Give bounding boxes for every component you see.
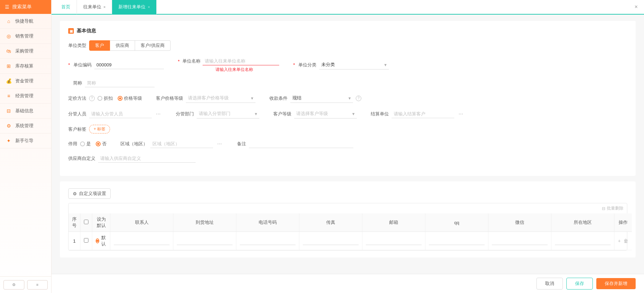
table-row: 1 默认 <box>69 232 632 250</box>
email-input[interactable] <box>366 237 422 245</box>
cell-email[interactable] <box>362 232 425 250</box>
address-input[interactable] <box>177 237 233 245</box>
unit-category-value: 未分类 <box>321 62 335 68</box>
phone-input[interactable] <box>240 237 296 245</box>
sidebar-item-purchase[interactable]: 🛍 采购管理 <box>0 44 51 59</box>
sidebar-item-inventory[interactable]: ⊞ 库存核算 <box>0 59 51 74</box>
area-input[interactable] <box>555 237 611 245</box>
sidebar-item-finance[interactable]: 💰 资金管理 <box>0 74 51 89</box>
wechat-input[interactable] <box>492 237 548 245</box>
remark-input[interactable] <box>249 140 353 148</box>
sidebar-item-guide[interactable]: ✦ 新手引导 <box>0 133 51 148</box>
unit-code-group: * 单位编码 <box>68 61 164 69</box>
payment-question-icon[interactable]: ? <box>356 96 361 101</box>
tab-new-partner-close[interactable]: × <box>148 5 150 9</box>
cell-contact[interactable] <box>110 232 173 250</box>
pricing-question-icon[interactable]: ? <box>89 96 95 101</box>
region-ellipsis[interactable]: ··· <box>216 141 223 147</box>
add-tag-button[interactable]: + 标签 <box>89 125 110 133</box>
save-button[interactable]: 保存 <box>566 278 593 290</box>
row-checkbox[interactable] <box>84 238 88 243</box>
sidebar-item-system[interactable]: ⚙ 系统管理 <box>0 119 51 133</box>
supplier-custom-input[interactable] <box>98 154 196 163</box>
cell-phone[interactable] <box>236 232 299 250</box>
home-icon: ⌂ <box>6 18 12 24</box>
manager-group: 分管人员 ··· <box>68 110 162 118</box>
col-wechat: 微信 <box>488 213 551 232</box>
cell-address[interactable] <box>173 232 236 250</box>
default-radio[interactable]: 默认 <box>96 235 107 247</box>
col-checkbox[interactable] <box>80 213 92 232</box>
customer-tag-group: 客户标签 + 标签 <box>68 125 110 133</box>
unit-name-input[interactable] <box>203 57 279 65</box>
unit-type-row: 单位类型 客户 供应商 客户/供应商 <box>68 40 627 51</box>
settlement-unit-input[interactable] <box>392 110 454 118</box>
sidebar-item-operations[interactable]: ≡ 经营管理 <box>0 89 51 104</box>
sidebar-footer-btn1[interactable]: ⚙ <box>3 280 24 290</box>
cell-checkbox[interactable] <box>80 232 92 250</box>
dept-select[interactable]: 请输入分管部门 ▾ <box>197 109 259 119</box>
tab-partner-list-close[interactable]: × <box>103 5 105 9</box>
sidebar-item-quick-nav[interactable]: ⌂ 快捷导航 <box>0 14 51 29</box>
supplier-custom-label: 供应商自定义 <box>68 155 95 162</box>
radio-no-label: 否 <box>102 141 107 147</box>
sidebar-item-base-info[interactable]: ⊟ 基础信息 <box>0 104 51 119</box>
cancel-button[interactable]: 取消 <box>536 278 563 290</box>
unit-name-error: 请输入往来单位名称 <box>215 67 253 73</box>
col-address: 到货地址 <box>173 213 236 232</box>
region-label: 区域（地区） <box>120 141 148 147</box>
region-input[interactable] <box>150 140 213 148</box>
radio-price-level[interactable]: 价格等级 <box>118 95 142 101</box>
custom-settings-button[interactable]: ⚙ 自定义项设置 <box>68 188 111 199</box>
sidebar-footer-btn2[interactable]: ≡ <box>27 280 48 290</box>
cell-qq[interactable] <box>425 232 488 250</box>
radio-yes[interactable]: 是 <box>80 141 91 147</box>
sidebar: ☰ 搜索菜单 ⌂ 快捷导航 ◎ 销售管理 🛍 采购管理 ⊞ 库存核算 💰 资金管… <box>0 0 52 293</box>
qq-input[interactable] <box>429 237 485 245</box>
chevron-down-icon: ▾ <box>384 62 387 67</box>
type-btn-both[interactable]: 客户/供应商 <box>135 40 171 51</box>
cell-wechat[interactable] <box>488 232 551 250</box>
supplier-custom-group: 供应商自定义 <box>68 154 196 163</box>
type-btn-customer[interactable]: 客户 <box>89 40 110 51</box>
delete-row-button[interactable]: 🗑 <box>623 238 628 244</box>
type-btn-supplier[interactable]: 供应商 <box>110 40 135 51</box>
manager-input[interactable] <box>89 110 152 118</box>
pricing-radio-group: 折扣 价格等级 <box>97 95 142 101</box>
tab-new-partner[interactable]: 新增往来单位 × <box>112 0 156 14</box>
customer-price-level-select[interactable]: 请选择客户价格等级 ▾ <box>186 93 256 103</box>
fax-input[interactable] <box>303 237 359 245</box>
manager-ellipsis[interactable]: ··· <box>155 111 162 117</box>
base-info-icon: ⊟ <box>6 108 12 114</box>
pricing-method-label: 定价方法 <box>68 95 86 101</box>
tab-partner-list[interactable]: 往来单位 × <box>77 0 112 14</box>
add-row-button[interactable]: + <box>618 238 621 244</box>
unit-code-input[interactable] <box>94 61 164 69</box>
cell-fax[interactable] <box>299 232 362 250</box>
search-icon: ☰ <box>5 4 9 10</box>
contact-input[interactable] <box>114 237 170 245</box>
cell-area[interactable] <box>551 232 614 250</box>
sidebar-item-sales[interactable]: ◎ 销售管理 <box>0 29 51 44</box>
contact-table: 序号 设为默认 联系人 到货地址 电话号码 传真 邮箱 qq 微信 所在地区 操… <box>69 213 632 250</box>
settlement-ellipsis[interactable]: ··· <box>457 111 464 117</box>
close-all-button[interactable]: × <box>632 2 641 11</box>
tab-home[interactable]: 首页 <box>55 0 77 14</box>
abbr-input[interactable] <box>85 79 155 87</box>
unit-code-required: * <box>68 62 70 67</box>
select-all-checkbox[interactable] <box>84 220 88 224</box>
save-new-button[interactable]: 保存并新增 <box>596 278 636 289</box>
batch-delete-button[interactable]: ⊟ 批量删除 <box>602 205 623 211</box>
chevron-down-icon4: ▾ <box>255 111 257 116</box>
customer-level-select[interactable]: 请选择客户等级 ▾ <box>294 109 357 119</box>
payment-terms-group: 收款条件 现结 ▾ ? <box>269 93 361 103</box>
section-title: ▣ 基本信息 <box>68 28 627 34</box>
manager-row: 分管人员 ··· 分管部门 请输入分管部门 ▾ 客户等级 请选择客户等级 ▾ <box>68 109 627 119</box>
payment-terms-select[interactable]: 现结 ▾ <box>290 93 353 103</box>
sidebar-item-label: 系统管理 <box>15 123 33 129</box>
cell-default[interactable]: 默认 <box>92 232 110 250</box>
radio-discount[interactable]: 折扣 <box>97 95 113 101</box>
sidebar-search[interactable]: ☰ 搜索菜单 <box>0 0 51 14</box>
unit-category-select[interactable]: 未分类 ▾ <box>319 60 389 70</box>
radio-no[interactable]: 否 <box>96 141 107 147</box>
